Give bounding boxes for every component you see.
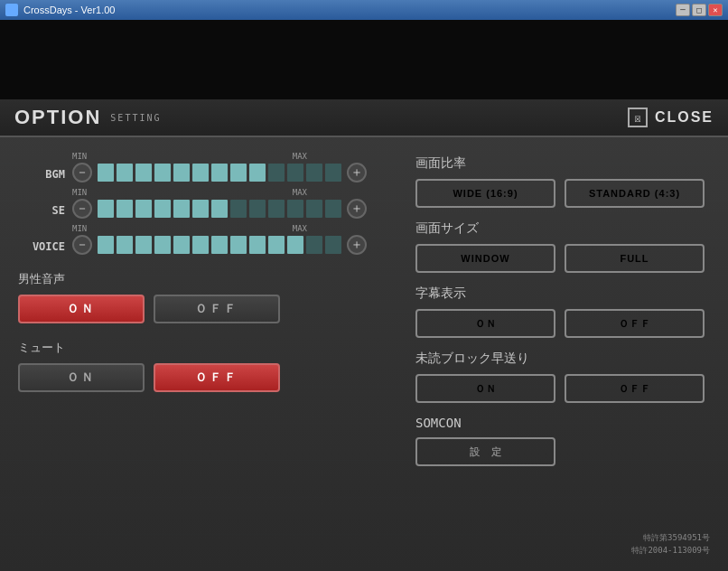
se-slider-row: SE － <box>18 199 397 219</box>
se-seg-7 <box>211 200 228 218</box>
se-seg-12 <box>306 200 322 218</box>
se-increase-button[interactable]: ＋ <box>347 199 367 219</box>
male-voice-on-button[interactable]: ＯＮ <box>18 295 145 323</box>
bgm-seg-9 <box>249 164 266 182</box>
bgm-track <box>98 164 341 182</box>
window-title: CrossDays - Ver1.00 <box>23 5 670 15</box>
se-label: SE <box>52 204 65 217</box>
somcon-section-label: SOMCON <box>415 416 710 430</box>
subtitle-on-button[interactable]: ＯＮ <box>415 309 555 338</box>
maximize-button[interactable]: □ <box>692 4 706 16</box>
se-controls: － <box>72 199 367 219</box>
top-video-area <box>0 20 728 99</box>
male-voice-section-label: 男性音声 <box>18 271 397 287</box>
unread-off-button[interactable]: ＯＦＦ <box>565 374 705 403</box>
se-seg-1 <box>98 200 114 218</box>
bgm-max-label: MAX <box>293 152 307 161</box>
se-decrease-button[interactable]: － <box>72 199 92 219</box>
close-button[interactable]: ☒ CLOSE <box>628 108 714 127</box>
se-seg-10 <box>268 200 285 218</box>
voice-minmax: MIN MAX <box>72 224 307 233</box>
bgm-seg-5 <box>173 164 190 182</box>
header-bar: OPTION SETTING ☒ CLOSE <box>0 99 728 137</box>
unread-on-button[interactable]: ＯＮ <box>415 374 555 403</box>
se-seg-4 <box>154 200 171 218</box>
mute-off-button[interactable]: ＯＦＦ <box>154 363 280 392</box>
copyright-area: 特許第3594951号 特許2004-113009号 <box>631 532 710 557</box>
subtitle-off-button[interactable]: ＯＦＦ <box>565 309 705 338</box>
voice-seg-9 <box>249 236 266 254</box>
window-controls: ─ □ ✕ <box>676 4 723 16</box>
bgm-label: BGM <box>45 168 65 181</box>
screen-window-button[interactable]: WINDOW <box>415 244 555 273</box>
title-bar: CrossDays - Ver1.00 ─ □ ✕ <box>0 0 728 20</box>
bgm-seg-3 <box>135 164 152 182</box>
voice-seg-3 <box>135 236 152 254</box>
bgm-decrease-button[interactable]: － <box>72 163 92 183</box>
voice-seg-1 <box>98 236 114 254</box>
aspect-label: 画面比率 <box>415 155 710 172</box>
bgm-seg-7 <box>211 164 228 182</box>
bgm-minmax: MIN MAX <box>72 152 307 161</box>
bgm-controls: － <box>72 163 367 183</box>
bgm-seg-1 <box>98 164 114 182</box>
voice-increase-button[interactable]: ＋ <box>347 235 367 255</box>
voice-max-label: MAX <box>293 224 307 233</box>
voice-seg-13 <box>325 236 341 254</box>
app-icon <box>5 4 18 16</box>
se-min-label: MIN <box>72 188 87 197</box>
se-seg-3 <box>135 200 152 218</box>
main-panel: OPTION SETTING ☒ CLOSE MIN MAX BGM <box>0 99 728 571</box>
voice-seg-11 <box>287 236 303 254</box>
aspect-wide-button[interactable]: WIDE (16:9) <box>415 179 555 208</box>
voice-seg-12 <box>306 236 322 254</box>
bgm-increase-button[interactable]: ＋ <box>347 163 367 183</box>
setting-label: SETTING <box>110 113 161 123</box>
bgm-seg-11 <box>287 164 303 182</box>
subtitle-toggle: ＯＮ ＯＦＦ <box>415 309 710 338</box>
voice-label: VOICE <box>33 240 65 253</box>
aspect-standard-button[interactable]: STANDARD (4:3) <box>565 179 705 208</box>
option-title: OPTION <box>14 106 101 129</box>
mute-toggle: ＯＮ ＯＦＦ <box>18 363 397 392</box>
voice-slider-row: VOICE － <box>18 235 397 255</box>
somcon-settings-button[interactable]: 設 定 <box>415 437 555 466</box>
window-close-button[interactable]: ✕ <box>708 4 723 16</box>
mute-on-button[interactable]: ＯＮ <box>18 363 145 392</box>
voice-decrease-button[interactable]: － <box>72 235 92 255</box>
mute-section-label: ミュート <box>18 340 397 356</box>
bgm-slider-row: BGM － <box>18 163 397 183</box>
se-minmax: MIN MAX <box>72 188 307 197</box>
screen-size-label: 画面サイズ <box>415 220 710 237</box>
bgm-seg-6 <box>192 164 209 182</box>
se-seg-11 <box>287 200 303 218</box>
voice-seg-5 <box>173 236 190 254</box>
male-voice-off-button[interactable]: ＯＦＦ <box>154 295 280 323</box>
se-track <box>98 200 341 218</box>
bgm-seg-13 <box>325 164 341 182</box>
se-seg-5 <box>173 200 190 218</box>
se-seg-8 <box>230 200 247 218</box>
bgm-seg-4 <box>154 164 171 182</box>
se-seg-9 <box>249 200 266 218</box>
se-seg-13 <box>325 200 341 218</box>
voice-controls: － <box>72 235 367 255</box>
se-seg-2 <box>117 200 133 218</box>
se-seg-6 <box>192 200 209 218</box>
minimize-button[interactable]: ─ <box>676 4 690 16</box>
voice-min-label: MIN <box>72 224 87 233</box>
bgm-min-label: MIN <box>72 152 87 161</box>
voice-track <box>98 236 341 254</box>
left-column: MIN MAX BGM － <box>18 152 397 479</box>
copyright-line2: 特許2004-113009号 <box>631 545 710 557</box>
voice-seg-4 <box>154 236 171 254</box>
content-area: MIN MAX BGM － <box>0 137 728 493</box>
aspect-toggle: WIDE (16:9) STANDARD (4:3) <box>415 179 710 208</box>
subtitle-label: 字幕表示 <box>415 286 710 302</box>
voice-seg-8 <box>230 236 247 254</box>
bgm-seg-12 <box>306 164 322 182</box>
voice-seg-2 <box>117 236 133 254</box>
voice-seg-10 <box>268 236 285 254</box>
screen-full-button[interactable]: FULL <box>565 244 705 273</box>
unread-label: 未読ブロック早送り <box>415 351 710 367</box>
